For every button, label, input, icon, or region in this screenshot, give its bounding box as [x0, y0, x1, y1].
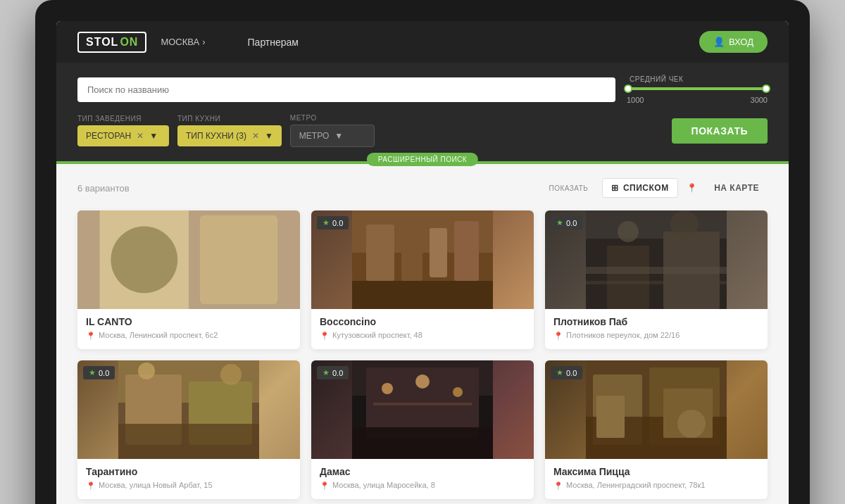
price-values: 1000 3000 — [627, 96, 768, 104]
svg-rect-3 — [191, 261, 201, 282]
card-address-bocconcino: 📍 Кутузовский проспект, 48 — [320, 331, 525, 341]
card-maxima[interactable]: ★ 0.0 Максима Пицца 📍 Москва, Ленинградс… — [545, 360, 768, 499]
star-icon: ★ — [556, 368, 563, 377]
svg-rect-6 — [366, 225, 394, 281]
rating-value: 0.0 — [566, 369, 577, 377]
search-row: СРЕДНИЙ ЧЕК 1000 3000 — [77, 75, 768, 104]
card-rating-tarantino: ★ 0.0 — [83, 366, 115, 379]
address-text: Москва, Ленинградский проспект, 78к1 — [566, 481, 705, 489]
svg-rect-13 — [607, 246, 649, 309]
search-section: СРЕДНИЙ ЧЕК 1000 3000 ТИП ЗАВЕДЕНИЯ — [56, 63, 789, 161]
price-thumb-max[interactable] — [762, 84, 770, 93]
card-address-il-canto: 📍 Москва, Ленинский проспект, 6с2 — [86, 331, 292, 341]
price-max: 3000 — [751, 96, 768, 104]
city-name: МОСКВА — [161, 37, 199, 47]
logo-text-on: ON — [120, 36, 138, 49]
address-text: Москва, улица Маросейка, 8 — [332, 481, 435, 489]
filter-cuisine-clear[interactable]: ✕ — [252, 131, 259, 141]
login-label: ВХОД — [729, 37, 753, 47]
card-info-tarantino: Тарантино 📍 Москва, улица Новый Арбат, 1… — [77, 459, 300, 499]
filter-cuisine-wrapper: ТИП КУХНИ ТИП КУХНИ (3) ✕ ▼ — [177, 115, 282, 146]
person-icon: 👤 — [713, 37, 725, 47]
laptop-frame: STOLON МОСКВА › Партнерам 👤 ВХОД СРЕДНИЙ… — [35, 0, 810, 504]
view-map-button[interactable]: НА КАРТЕ — [706, 179, 768, 197]
rating-value: 0.0 — [332, 369, 343, 377]
card-bocconcino[interactable]: ★ 0.0 Bocconcino 📍 Кутузовский проспект,… — [311, 210, 534, 349]
filter-type-value: РЕСТОРАН — [86, 131, 131, 141]
person-silhouette — [164, 232, 213, 309]
filter-type-arrow: ▼ — [149, 131, 158, 141]
view-toggle: ПОКАЗАТЬ ⊞ СПИСКОМ 📍 НА КАРТЕ — [549, 178, 768, 198]
svg-rect-10 — [352, 281, 493, 309]
svg-rect-15 — [586, 267, 727, 274]
filter-type-label: ТИП ЗАВЕДЕНИЯ — [77, 115, 169, 122]
filter-metro-value: МЕТРО — [299, 131, 329, 141]
card-rating-il-canto: ★ 4.6 — [83, 216, 115, 229]
card-tarantino[interactable]: ★ 0.0 Тарантино 📍 Москва, улица Новый Ар… — [77, 360, 300, 499]
logo-text-stol: STOL — [86, 36, 118, 49]
card-info-il-canto: IL CANTO 📍 Москва, Ленинский проспект, 6… — [77, 309, 300, 349]
login-button[interactable]: 👤 ВХОД — [699, 31, 768, 53]
card-name-tarantino: Тарантино — [86, 466, 292, 477]
filter-cuisine-select[interactable]: ТИП КУХНИ (3) ✕ ▼ — [177, 125, 282, 146]
city-selector[interactable]: МОСКВА › — [161, 37, 205, 47]
svg-rect-1 — [175, 258, 203, 297]
filter-type-wrapper: ТИП ЗАВЕДЕНИЯ РЕСТОРАН ✕ ▼ — [77, 115, 169, 146]
svg-point-24 — [220, 364, 242, 385]
nav-partners[interactable]: Партнерам — [248, 37, 299, 48]
svg-rect-2 — [177, 261, 187, 282]
price-range-container: СРЕДНИЙ ЧЕК 1000 3000 — [627, 75, 768, 104]
star-icon: ★ — [89, 218, 96, 227]
filters-row: ТИП ЗАВЕДЕНИЯ РЕСТОРАН ✕ ▼ ТИП КУХНИ ТИП… — [77, 114, 768, 147]
svg-point-0 — [178, 233, 199, 258]
price-slider[interactable] — [627, 87, 768, 90]
star-icon: ★ — [323, 218, 330, 227]
svg-rect-7 — [401, 218, 423, 281]
card-info-plotnikov: Плотников Паб 📍 Плотников переулок, дом … — [545, 309, 768, 349]
svg-rect-32 — [352, 427, 493, 459]
svg-rect-8 — [430, 228, 447, 277]
card-il-canto[interactable]: ★ 4.6 IL CANTO 📍 Москва, Ленинский просп… — [77, 210, 300, 349]
laptop-screen: STOLON МОСКВА › Партнерам 👤 ВХОД СРЕДНИЙ… — [56, 21, 789, 504]
results-header: 6 вариантов ПОКАЗАТЬ ⊞ СПИСКОМ 📍 НА КАРТ… — [77, 178, 768, 198]
show-button[interactable]: ПОКАЗАТЬ — [672, 118, 768, 144]
cards-grid: ★ 4.6 IL CANTO 📍 Москва, Ленинский просп… — [77, 210, 768, 499]
card-image-tarantino: ★ 0.0 — [77, 360, 300, 459]
card-rating-plotnikov: ★ 0.0 — [551, 216, 582, 229]
svg-point-18 — [670, 210, 699, 239]
view-list-label: СПИСКОМ — [623, 183, 669, 193]
address-text: Москва, Ленинский проспект, 6с2 — [99, 331, 218, 339]
filter-cuisine-label: ТИП КУХНИ — [177, 115, 282, 122]
filter-cuisine-arrow: ▼ — [265, 131, 273, 141]
address-text: Кутузовский проспект, 48 — [332, 331, 423, 339]
search-input[interactable] — [77, 77, 615, 102]
card-image-maxima: ★ 0.0 — [545, 360, 768, 459]
filter-cuisine-value: ТИП КУХНИ (3) — [186, 131, 246, 141]
card-image-bocconcino: ★ 0.0 — [311, 210, 534, 309]
price-thumb-min[interactable] — [624, 84, 632, 93]
card-image-il-canto: ★ 4.6 — [77, 210, 300, 309]
star-icon: ★ — [89, 368, 96, 377]
filter-type-clear[interactable]: ✕ — [137, 131, 144, 141]
header: STOLON МОСКВА › Партнерам 👤 ВХОД — [56, 21, 789, 63]
card-damas[interactable]: ★ 0.0 Дамас 📍 Москва, улица Маросейка, 8 — [311, 360, 534, 499]
filter-type-select[interactable]: РЕСТОРАН ✕ ▼ — [77, 125, 169, 146]
svg-point-17 — [618, 221, 639, 242]
view-list-button[interactable]: ⊞ СПИСКОМ — [602, 178, 677, 198]
price-slider-fill — [627, 87, 768, 90]
card-rating-maxima: ★ 0.0 — [551, 366, 582, 379]
extended-search-button[interactable]: РАСШИРЕННЫЙ ПОИСК — [367, 153, 478, 166]
card-rating-damas: ★ 0.0 — [317, 366, 349, 379]
rating-value: 0.0 — [566, 219, 577, 227]
map-pin-icon: 📍 — [553, 481, 563, 491]
city-arrow: › — [202, 37, 205, 47]
location-icon: 📍 — [687, 183, 698, 193]
map-pin-icon: 📍 — [86, 481, 96, 491]
card-image-plotnikov: ★ 0.0 — [545, 210, 768, 309]
filter-metro-select[interactable]: МЕТРО ▼ — [290, 125, 375, 147]
show-label: ПОКАЗАТЬ — [549, 184, 588, 192]
card-plotnikov[interactable]: ★ 0.0 Плотников Паб 📍 Плотников переулок… — [545, 210, 768, 349]
logo[interactable]: STOLON — [77, 32, 146, 53]
address-text: Москва, улица Новый Арбат, 15 — [99, 481, 213, 489]
filter-metro-label: МЕТРО — [290, 114, 375, 122]
